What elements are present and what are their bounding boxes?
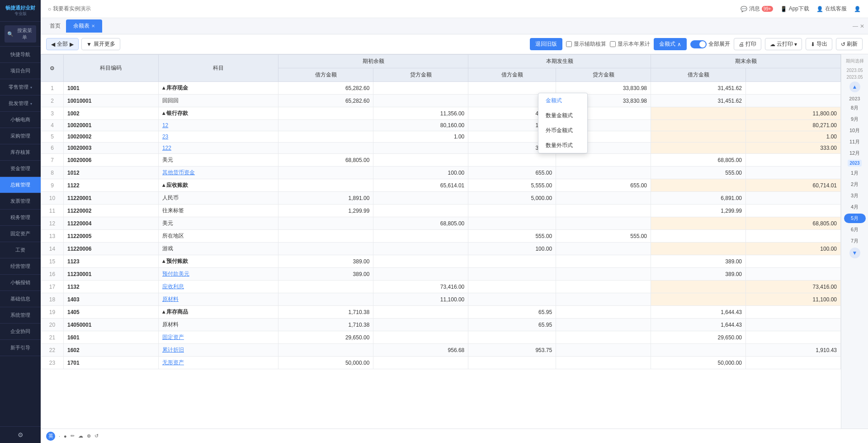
dropdown-item-amount[interactable]: 金额式 bbox=[538, 93, 587, 108]
col-header-settings[interactable]: ⚙ bbox=[41, 55, 64, 82]
sidebar-item-retail[interactable]: 零售管理 ▾ bbox=[0, 79, 41, 95]
cell-pd: 5,555.00 bbox=[468, 179, 556, 192]
cell-name[interactable]: 23 bbox=[158, 131, 278, 143]
period-nav-down[interactable]: ▼ bbox=[849, 248, 860, 258]
forward-arrow-icon: ▶ bbox=[70, 41, 74, 48]
status-lang-icon[interactable]: 英 bbox=[46, 432, 55, 441]
cell-name[interactable]: 原材料 bbox=[158, 293, 278, 306]
period-month-11[interactable]: 11月 bbox=[844, 137, 866, 147]
window-minimize-icon[interactable]: — bbox=[853, 23, 858, 29]
cell-name[interactable]: 122 bbox=[158, 143, 278, 154]
show-ytd-check-group[interactable]: 显示本年累计 bbox=[610, 40, 650, 48]
period-month-12[interactable]: 12月 bbox=[844, 148, 866, 158]
cell-name[interactable]: 应收利息 bbox=[158, 281, 278, 293]
table-row: 5 10020002 23 1.00 1.00 bbox=[41, 131, 841, 143]
tab-balance-sheet[interactable]: 余额表 ✕ bbox=[66, 19, 102, 33]
cell-cb-debit bbox=[651, 344, 746, 357]
period-nav-up[interactable]: ▲ bbox=[849, 81, 860, 92]
online-service-button[interactable]: 👤 在线客服 bbox=[816, 5, 847, 13]
status-edit-icon[interactable]: ✏ bbox=[71, 433, 75, 439]
expand-more-button[interactable]: ▼ 展开更多 bbox=[81, 38, 120, 50]
app-download-button[interactable]: 📱 App下载 bbox=[780, 5, 809, 13]
col-header-ob-debit: 借方金额 bbox=[278, 68, 373, 82]
period-month-1[interactable]: 1月 bbox=[844, 168, 866, 178]
cell-rownum: 12 bbox=[41, 217, 64, 230]
sidebar-item-capital[interactable]: 资金管理 bbox=[0, 161, 41, 177]
cell-name[interactable]: 无形资产 bbox=[158, 357, 278, 369]
sidebar-item-inventory[interactable]: 库存核算 bbox=[0, 144, 41, 161]
cell-pc bbox=[556, 217, 651, 230]
sidebar-item-accounting[interactable]: 总账管理 bbox=[0, 177, 41, 193]
export-button[interactable]: ⬇ 导出 bbox=[806, 38, 832, 50]
cell-name[interactable]: 累计折旧 bbox=[158, 344, 278, 357]
sidebar-item-guide[interactable]: 新手引导 bbox=[0, 340, 41, 356]
tab-close-icon[interactable]: ✕ bbox=[91, 24, 95, 29]
period-month-2[interactable]: 2月 bbox=[844, 180, 866, 189]
cell-name: 游戏 bbox=[158, 243, 278, 255]
cell-pc bbox=[556, 293, 651, 306]
sidebar-item-quick-nav[interactable]: 快捷导航 bbox=[0, 47, 41, 63]
sidebar-item-operations-label: 经营管理 bbox=[10, 263, 30, 269]
sidebar-item-ecommerce[interactable]: 小畅电商 bbox=[0, 112, 41, 128]
cell-rownum: 6 bbox=[41, 143, 64, 154]
cell-cb-credit: 11,800.00 bbox=[745, 107, 840, 120]
refresh-button[interactable]: ↺ 刷新 bbox=[836, 38, 863, 50]
sidebar-item-coop[interactable]: 企业协同 bbox=[0, 324, 41, 340]
period-month-4[interactable]: 4月 bbox=[844, 202, 866, 212]
period-month-10[interactable]: 10月 bbox=[844, 126, 866, 135]
sidebar-item-assets[interactable]: 固定资产 bbox=[0, 226, 41, 242]
sidebar-item-operations[interactable]: 经营管理 bbox=[0, 258, 41, 275]
message-button[interactable]: 💬 消息 99+ bbox=[741, 5, 773, 13]
period-month-9[interactable]: 9月 bbox=[844, 114, 866, 124]
cloud-print-button[interactable]: ☁ 云打印 ▾ bbox=[765, 38, 802, 50]
sidebar-item-payroll[interactable]: 工资 bbox=[0, 242, 41, 258]
window-close-icon[interactable]: ✕ bbox=[860, 23, 864, 29]
print-button[interactable]: 🖨 打印 bbox=[734, 38, 761, 50]
dropdown-item-qty-foreign[interactable]: 数量外币式 bbox=[538, 138, 587, 153]
user-avatar[interactable]: 👤 bbox=[854, 6, 861, 12]
dropdown-item-qty-amount[interactable]: 数量金额式 bbox=[538, 108, 587, 123]
show-assist-check-group[interactable]: 显示辅助核算 bbox=[566, 40, 606, 48]
sidebar-item-tax[interactable]: 税务管理 bbox=[0, 210, 41, 226]
toggle-track[interactable] bbox=[690, 40, 707, 48]
period-month-7[interactable]: 7月 bbox=[844, 236, 866, 246]
sidebar-item-system[interactable]: 系统管理 bbox=[0, 307, 41, 324]
period-month-8[interactable]: 8月 bbox=[844, 103, 866, 113]
status-plus-icon[interactable]: ⊕ bbox=[87, 433, 91, 439]
show-ytd-checkbox[interactable] bbox=[610, 41, 616, 47]
cell-pd bbox=[468, 268, 556, 281]
sidebar-item-sales[interactable]: 小畅报销 bbox=[0, 275, 41, 291]
dropdown-item-foreign-amount[interactable]: 外币金额式 bbox=[538, 123, 587, 138]
cell-pc bbox=[556, 306, 651, 319]
back-to-old-button[interactable]: 退回旧版 bbox=[530, 38, 562, 50]
status-cloud-icon[interactable]: ☁ bbox=[78, 433, 83, 439]
cell-name[interactable]: 预付款美元 bbox=[158, 268, 278, 281]
expand-all-toggle[interactable]: 全部展开 bbox=[690, 40, 730, 48]
cell-code: 1001 bbox=[64, 82, 159, 95]
mode-button[interactable]: 金额式 ∧ bbox=[654, 38, 687, 50]
toolbar-right: 退回旧版 显示辅助核算 显示本年累计 金额式 ∧ 全部展开 🖨 bbox=[530, 38, 863, 50]
period-month-6[interactable]: 6月 bbox=[844, 225, 866, 234]
period-month-5[interactable]: 5月 bbox=[844, 214, 866, 223]
sidebar-item-invoice[interactable]: 发票管理 bbox=[0, 193, 41, 210]
cell-cb-debit bbox=[651, 293, 746, 306]
status-refresh-icon[interactable]: ↺ bbox=[94, 433, 99, 439]
sidebar-item-base[interactable]: 基础信息 bbox=[0, 291, 41, 307]
all-button[interactable]: ◀ 全部 ▶ bbox=[46, 38, 79, 50]
period-month-3[interactable]: 3月 bbox=[844, 191, 866, 200]
cell-name: 人民币 bbox=[158, 192, 278, 205]
sidebar-item-project[interactable]: 项目合同 bbox=[0, 63, 41, 79]
cell-rownum: 11 bbox=[41, 205, 64, 217]
demo-link[interactable]: ○ 我要看实例演示 bbox=[48, 5, 91, 13]
tab-home[interactable]: 首页 bbox=[44, 19, 66, 33]
sidebar-item-wholesale[interactable]: 批发管理 ▾ bbox=[0, 95, 41, 112]
settings-icon[interactable]: ⚙ bbox=[18, 431, 24, 438]
cell-code: 1002 bbox=[64, 107, 159, 120]
show-assist-checkbox[interactable] bbox=[566, 41, 572, 47]
sidebar-item-project-label: 项目合同 bbox=[10, 68, 30, 73]
cell-name[interactable]: 12 bbox=[158, 120, 278, 131]
cell-name[interactable]: 其他货币资金 bbox=[158, 167, 278, 179]
search-menu-button[interactable]: 🔍 搜索菜单 bbox=[5, 25, 36, 43]
cell-name[interactable]: 固定资产 bbox=[158, 331, 278, 344]
sidebar-item-purchase[interactable]: 采购管理 bbox=[0, 128, 41, 144]
